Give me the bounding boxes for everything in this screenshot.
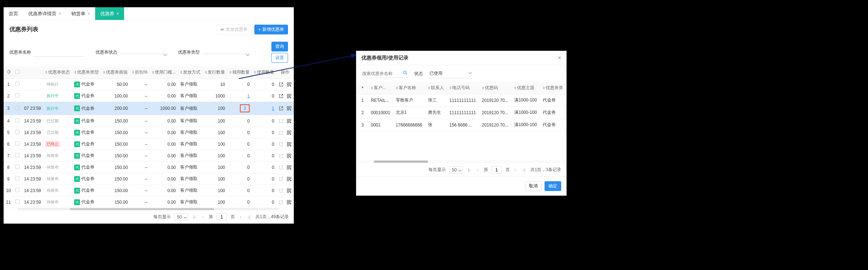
table-row[interactable]: 4 14 23:59 已过期 代代金券 150.00 -- 0.00 客户领取 … [4,115,294,127]
claim-count-highlighted[interactable]: 3 [240,104,250,112]
row-checkbox[interactable] [15,106,20,110]
confirm-button[interactable]: 确定 [545,181,561,191]
table-row[interactable]: 3 0001 17666666666 张 156 6666 ... 201912… [356,119,566,131]
row-checkbox[interactable] [15,93,20,97]
col-contact[interactable]: 联系人 [426,82,447,94]
page-input[interactable] [217,213,227,221]
claim-count-link[interactable]: 1 [247,94,250,99]
next-page-icon[interactable]: › [238,215,243,220]
filter-name-input[interactable] [34,48,85,57]
table-row[interactable]: 2 00010001 北京1 唐先生 11111111111 2019120 7… [356,107,566,119]
table-row[interactable]: 5 14 23:59 已过期 代代金券 150.00 -- 0.00 客户领取 … [4,127,294,138]
filter-status-select[interactable] [120,51,167,54]
settings-button[interactable]: 设置 [271,53,288,63]
share-icon[interactable] [279,82,284,87]
qrcode-icon[interactable] [287,153,292,158]
table-row[interactable]: 10 14 23:59 待发布 代代金券 150.00 -- 0.00 客户领取… [4,185,294,196]
col-used[interactable]: 使用数量 [252,66,276,79]
tab-sales-order[interactable]: 销货单× [66,7,95,20]
per-page-select[interactable]: 50 [449,166,463,174]
share-icon[interactable] [279,153,284,158]
next-page-icon[interactable]: › [513,167,518,173]
share-icon[interactable] [279,165,284,170]
share-icon[interactable] [279,188,284,193]
table-row[interactable]: 1 待执行 代代金券 50.00 -- 0.00 客户领取 10 0 0 [4,79,294,90]
qrcode-icon[interactable] [287,106,292,111]
qrcode-icon[interactable] [287,165,292,170]
search-input[interactable] [361,70,408,78]
share-icon[interactable] [279,200,284,205]
share-icon[interactable] [279,176,284,182]
table-row[interactable]: 11 14 23:59 待发布 代代金券 150.00 -- 0.00 客户领取… [4,196,294,208]
search-button[interactable]: 查询 [271,42,288,51]
tab-home[interactable]: 首页 [4,7,23,20]
qrcode-icon[interactable] [287,82,292,87]
col-threshold[interactable]: 使用门槛... [150,66,178,79]
qrcode-icon[interactable] [287,142,292,147]
col-issue[interactable]: 发行数量 [203,66,227,79]
tab-coupon-detail[interactable]: 优惠券详情页× [23,7,66,20]
filter-type-select[interactable] [203,51,250,54]
col-dist[interactable]: 发放方式 [178,66,203,79]
first-page-icon[interactable]: |‹ [192,215,197,220]
add-coupon-button[interactable]: + 新增优惠券 [254,25,288,34]
qrcode-icon[interactable] [287,200,292,205]
row-checkbox[interactable] [15,188,20,192]
per-page-select[interactable]: 50 [174,213,188,221]
row-checkbox[interactable] [15,176,20,180]
last-page-icon[interactable]: ›| [246,215,252,220]
qrcode-icon[interactable] [287,94,292,99]
close-icon[interactable]: × [558,55,561,61]
row-checkbox[interactable] [15,153,20,157]
col-face[interactable]: 优惠券面值 [101,66,130,79]
checkbox-all[interactable] [15,70,20,74]
row-checkbox[interactable] [15,141,20,146]
share-icon[interactable] [279,94,284,99]
prev-page-icon[interactable]: ‹ [476,167,480,173]
row-checkbox[interactable] [15,118,20,122]
used-count-link[interactable]: 1 [272,106,274,111]
table-row[interactable]: 8 14 23:59 待发布 代代金券 150.00 -- 0.00 客户领取 … [4,162,294,173]
page-input[interactable] [492,166,502,174]
table-row[interactable]: 7 14 23:59 待发布 代代金券 150.00 -- 0.00 客户领取 … [4,150,294,162]
col-subject[interactable]: 优惠主题 [512,82,540,94]
col-code[interactable]: 优惠码 [480,82,512,94]
col-cust-code[interactable]: 客户... [369,82,394,94]
row-checkbox[interactable] [15,130,20,134]
status-filter-select[interactable]: 已使用 [429,69,472,78]
last-page-icon[interactable]: ›| [521,167,527,173]
horizontal-scrollbar[interactable] [356,160,566,163]
search-icon[interactable] [403,70,408,75]
gear-icon[interactable] [6,69,11,74]
gear-icon[interactable] [360,85,365,90]
first-page-icon[interactable]: |‹ [466,167,472,173]
table-row[interactable]: 6 14 23:59 已终止 代代金券 150.00 -- 0.00 客户领取 … [4,138,294,150]
col-ctype[interactable]: 优惠券类 [541,82,566,94]
tab-coupon[interactable]: 优惠券× [95,7,124,20]
close-icon[interactable]: × [59,11,61,16]
col-phone[interactable]: 电话号码 [447,82,480,94]
table-row[interactable]: 1 RETAIL... 零散客户 张三 11111111111 2019120 … [356,94,566,107]
table-row[interactable]: 9 14 23:59 待发布 代代金券 150.00 -- 0.00 客户领取 … [4,173,294,185]
issue-coupon-button[interactable]: 发放优惠券 [216,25,251,34]
share-icon[interactable] [279,142,284,147]
share-icon[interactable] [279,119,284,124]
col-cust-name[interactable]: 客户名称 [394,82,426,94]
row-checkbox[interactable] [15,165,20,169]
col-status[interactable]: 优惠券状态 [43,66,72,79]
qrcode-icon[interactable] [287,130,292,135]
share-icon[interactable] [279,106,284,111]
table-row[interactable]: 2 执行中 代代金券 100.00 -- 0.00 客户领取 1000 1 0 [4,90,294,102]
qrcode-icon[interactable] [287,188,292,193]
close-icon[interactable]: × [117,11,119,16]
cancel-button[interactable]: 取消 [525,181,542,191]
row-checkbox[interactable] [15,82,20,86]
table-row[interactable]: 3 07 23:59 执行中 代代金券 200.00 -- 1000.00 客户… [4,102,294,115]
share-icon[interactable] [279,130,284,135]
col-claim[interactable]: 领用数量 [227,66,252,79]
col-type[interactable]: 优惠券类型 [72,66,101,79]
qrcode-icon[interactable] [287,119,292,124]
qrcode-icon[interactable] [287,176,292,182]
close-icon[interactable]: × [88,11,90,16]
row-checkbox[interactable] [15,199,20,204]
